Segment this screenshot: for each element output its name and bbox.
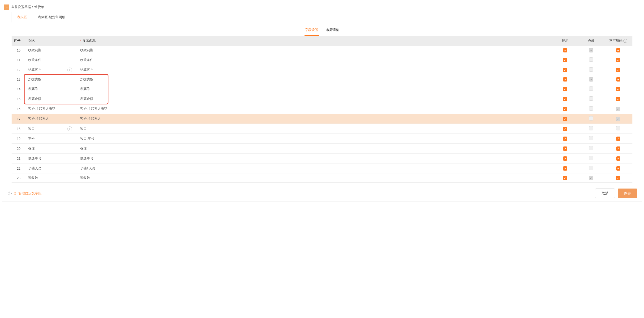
table-row[interactable]: 23预收款预收款 [12, 174, 632, 183]
cell-display[interactable]: 客户.主联系人 [78, 114, 552, 124]
checkbox-show[interactable] [563, 117, 567, 121]
checkbox-show[interactable] [563, 127, 567, 131]
footer-help-icon[interactable]: ? [8, 192, 12, 196]
checkbox-readonly[interactable] [616, 87, 620, 91]
cell-readonly [604, 55, 632, 65]
cell-display[interactable]: 收款条件 [78, 55, 552, 65]
cell-display[interactable]: 项目 [78, 124, 552, 134]
col-show: 显示 [552, 36, 578, 46]
sub-tab-layout-adjust[interactable]: 布局调整 [325, 26, 340, 36]
checkbox-readonly[interactable] [616, 156, 620, 161]
cell-show [552, 84, 578, 94]
cell-display[interactable]: 发票号 [78, 84, 552, 94]
checkbox-required [589, 176, 593, 180]
cell-required [578, 154, 604, 164]
checkbox-show[interactable] [563, 87, 567, 91]
name-text: 客户.主联系人电话 [28, 107, 56, 111]
checkbox-show[interactable] [563, 176, 567, 180]
name-text: 客户.主联系人 [28, 117, 49, 121]
table-row[interactable]: 18项目+项目 [12, 124, 632, 134]
cell-show [552, 46, 578, 55]
name-text: 结算客户 [28, 68, 41, 72]
sub-tab-field-settings[interactable]: 字段设置 [304, 26, 319, 36]
cell-name: 预收款 [26, 174, 78, 183]
table-row[interactable]: 22步骤人员步骤1人员 [12, 164, 632, 174]
cell-display[interactable]: 步骤1人员 [78, 164, 552, 174]
tab-body-area[interactable]: 表体区-销货单明细 [32, 12, 71, 22]
save-button[interactable]: 保存 [618, 188, 637, 198]
cell-display[interactable]: 备注 [78, 144, 552, 154]
checkbox-show[interactable] [563, 48, 567, 52]
checkbox-readonly[interactable] [616, 176, 620, 180]
checkbox-show[interactable] [563, 166, 567, 170]
cell-show [552, 174, 578, 183]
table-row[interactable]: 21快递单号快递单号 [12, 154, 632, 164]
cell-name: 快递单号 [26, 154, 78, 164]
cell-display[interactable]: 发票金额 [78, 94, 552, 104]
checkbox-readonly[interactable] [616, 97, 620, 101]
checkbox-readonly[interactable] [616, 68, 620, 72]
cell-required [578, 46, 604, 55]
checkbox-show[interactable] [563, 77, 567, 82]
table-row[interactable]: 12结算客户+结算客户 [12, 65, 632, 75]
cell-name: 备注 [26, 144, 78, 154]
name-text: 票据类型 [28, 77, 41, 82]
header-bar: 当前设置单据： 销货单 [2, 2, 642, 12]
cell-name: 收款到期日 [26, 46, 78, 55]
checkbox-show[interactable] [563, 107, 567, 111]
plus-icon[interactable]: + [67, 126, 72, 131]
name-text: 收款条件 [28, 58, 41, 62]
cell-show [552, 164, 578, 174]
cell-display[interactable]: 票据类型 [78, 75, 552, 84]
cell-required [578, 94, 604, 104]
checkbox-show[interactable] [563, 136, 567, 141]
cell-display[interactable]: 项目.车号 [78, 134, 552, 144]
cell-readonly [604, 174, 632, 183]
checkbox-readonly[interactable] [616, 58, 620, 62]
expand-panel-button[interactable] [4, 4, 9, 10]
cell-seq: 21 [12, 154, 26, 164]
cell-seq: 13 [12, 75, 26, 84]
checkbox-show[interactable] [563, 58, 567, 62]
cell-display[interactable]: 收款到期日 [78, 46, 552, 55]
table-row[interactable]: 14发票号发票号 [12, 84, 632, 94]
table-row[interactable]: 16客户.主联系人电话客户.主联系人电话 [12, 104, 632, 114]
sub-tabs: 字段设置 布局调整 [2, 23, 642, 36]
cell-required [578, 144, 604, 154]
plus-icon[interactable]: + [67, 68, 72, 72]
checkbox-readonly[interactable] [616, 166, 620, 170]
cell-readonly [604, 154, 632, 164]
checkbox-show[interactable] [563, 146, 567, 151]
checkbox-required [589, 146, 593, 150]
checkbox-required [589, 136, 593, 140]
table-row[interactable]: 17客户.主联系人客户.主联系人 [12, 114, 632, 124]
cell-readonly [604, 124, 632, 134]
checkbox-readonly[interactable] [616, 146, 620, 151]
cell-display[interactable]: 结算客户 [78, 65, 552, 75]
manage-custom-fields-link[interactable]: 管理自定义字段 [18, 191, 42, 196]
checkbox-readonly[interactable] [616, 48, 620, 52]
cell-show [552, 75, 578, 84]
table-row[interactable]: 15发票金额发票金额 [12, 94, 632, 104]
cell-display[interactable]: 快递单号 [78, 154, 552, 164]
help-icon[interactable]: ? [624, 39, 627, 43]
table-row[interactable]: 20备注备注 [12, 144, 632, 154]
checkbox-show[interactable] [563, 97, 567, 101]
tab-header-area[interactable]: 表头区 [12, 12, 32, 22]
cell-display[interactable]: 预收款 [78, 174, 552, 183]
checkbox-show[interactable] [563, 68, 567, 72]
cancel-button[interactable]: 取消 [595, 188, 615, 198]
cell-display[interactable]: 客户.主联系人电话 [78, 104, 552, 114]
table-row[interactable]: 10收款到期日收款到期日 [12, 46, 632, 55]
checkbox-readonly[interactable] [616, 77, 620, 82]
cell-name: 车号 [26, 134, 78, 144]
checkbox-show[interactable] [563, 156, 567, 161]
table-row[interactable]: 11收款条件收款条件 [12, 55, 632, 65]
cell-name: 客户.主联系人 [26, 114, 78, 124]
checkbox-readonly [616, 117, 620, 121]
cell-name: 客户.主联系人电话 [26, 104, 78, 114]
col-name: 列名 [26, 36, 78, 46]
checkbox-readonly[interactable] [616, 136, 620, 141]
table-row[interactable]: 13票据类型票据类型 [12, 75, 632, 84]
table-row[interactable]: 19车号项目.车号 [12, 134, 632, 144]
